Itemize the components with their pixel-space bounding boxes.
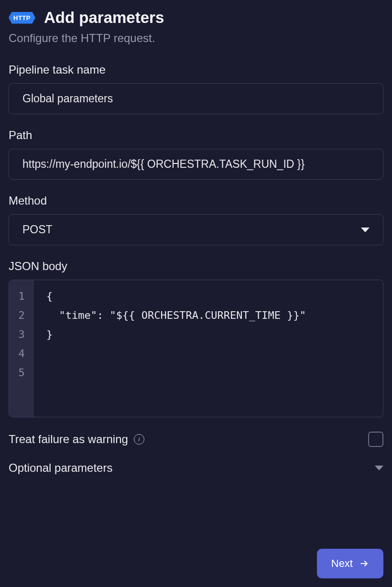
- page-subtitle: Configure the HTTP request.: [9, 32, 383, 45]
- treat-failure-checkbox[interactable]: [368, 432, 383, 447]
- info-icon[interactable]: i: [134, 434, 144, 445]
- header: HTTP Add parameters: [9, 9, 383, 27]
- next-button[interactable]: Next: [317, 549, 383, 578]
- line-number: 1: [9, 287, 34, 306]
- optional-parameters-toggle[interactable]: Optional parameters: [9, 461, 383, 475]
- treat-failure-label: Treat failure as warning: [9, 433, 128, 446]
- line-number: 3: [9, 325, 34, 344]
- task-name-label: Pipeline task name: [9, 63, 383, 76]
- code-gutter: 1 2 3 4 5: [9, 280, 34, 417]
- method-select[interactable]: POST: [9, 214, 383, 245]
- line-number: 4: [9, 344, 34, 363]
- page-title: Add parameters: [44, 9, 164, 27]
- optional-parameters-label: Optional parameters: [9, 461, 112, 475]
- json-body-editor[interactable]: 1 2 3 4 5 { "time": "${{ ORCHESTRA.CURRE…: [9, 280, 383, 417]
- panel: HTTP Add parameters Configure the HTTP r…: [0, 0, 392, 587]
- line-number: 2: [9, 306, 34, 325]
- code-line: "time": "${{ ORCHESTRA.CURRENT_TIME }}": [46, 306, 370, 325]
- method-label: Method: [9, 194, 383, 207]
- http-badge-icon: HTTP: [9, 12, 35, 24]
- method-select-value: POST: [22, 223, 53, 236]
- path-input[interactable]: [9, 149, 383, 180]
- line-number: 5: [9, 363, 34, 382]
- task-name-input[interactable]: [9, 83, 383, 114]
- next-button-label: Next: [331, 557, 353, 570]
- chevron-down-icon: [375, 466, 383, 470]
- chevron-down-icon: [361, 228, 370, 232]
- code-line: {: [46, 287, 370, 306]
- arrow-right-icon: [359, 559, 369, 568]
- treat-failure-row: Treat failure as warning i: [9, 432, 383, 447]
- footer: Next: [317, 549, 383, 578]
- code-line: }: [46, 325, 370, 344]
- code-body[interactable]: { "time": "${{ ORCHESTRA.CURRENT_TIME }}…: [34, 280, 383, 417]
- json-body-label: JSON body: [9, 260, 383, 273]
- path-label: Path: [9, 129, 383, 142]
